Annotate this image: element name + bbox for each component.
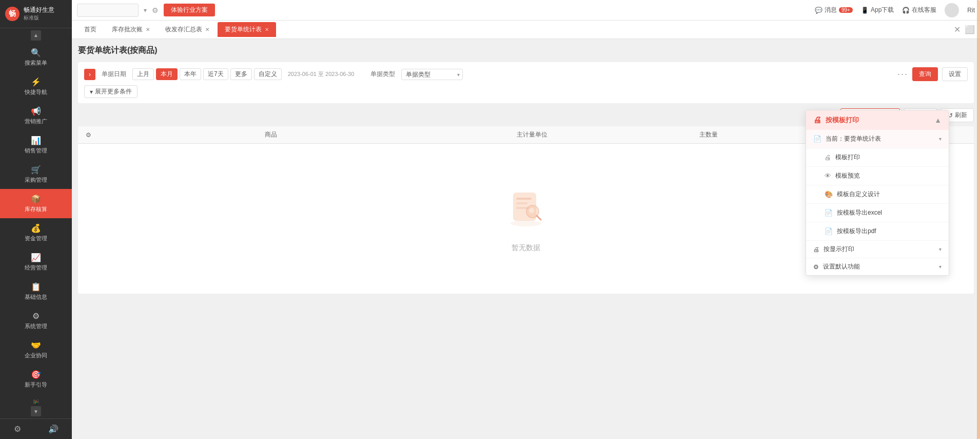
query-btn[interactable]: 查询 — [912, 67, 938, 81]
dropdown-header: 🖨 按模板打印 ▲ — [806, 110, 949, 130]
display-print-label: 按显示打印 — [824, 245, 854, 254]
sidebar-label-quicknav: 快捷导航 — [25, 88, 47, 96]
tab-inventory-batch-label: 库存批次账 — [112, 25, 143, 34]
svg-rect-2 — [516, 198, 532, 200]
expand-more-btn[interactable]: ▾ 展开更多条件 — [84, 85, 138, 98]
quicknav-icon: ⚡ — [31, 77, 41, 87]
page-content: 要货单统计表(按商品) › 单据日期 上月 本月 本年 近7天 更多 自定义 2… — [72, 39, 980, 439]
online-service-btn[interactable]: 🎧 在线客服 — [902, 6, 936, 14]
system-icon: ⚙ — [32, 311, 40, 321]
tab-collection-summary[interactable]: 收发存汇总表 ✕ — [158, 22, 217, 37]
sidebar-item-finance[interactable]: 💰 资金管理 — [0, 218, 72, 247]
date-btn-custom[interactable]: 自定义 — [254, 68, 282, 80]
sidebar-item-marketing[interactable]: 📢 营销推广 — [0, 101, 72, 130]
tab-collection-summary-label: 收发存汇总表 — [165, 25, 202, 34]
sidebar-item-quicknav[interactable]: ⚡ 快捷导航 — [0, 72, 72, 101]
tab-order-stats[interactable]: 要货单统计表 ✕ — [218, 22, 276, 37]
settings-btn[interactable]: 设置 — [942, 67, 968, 81]
scroll-up-btn[interactable]: ▲ — [31, 30, 41, 41]
dropdown-header-left: 🖨 按模板打印 — [813, 116, 859, 125]
sidebar-item-inventory[interactable]: 📦 库存核算 — [0, 189, 72, 218]
svg-rect-3 — [516, 202, 527, 204]
user-avatar[interactable] — [945, 3, 959, 17]
sidebar-label-operation: 经营管理 — [25, 264, 47, 272]
dropdown-set-default[interactable]: ⚙ 设置默认功能 ▾ — [806, 258, 949, 275]
dropdown-item-export-pdf[interactable]: 📄 按模板导出pdf — [806, 222, 949, 241]
tab-close-all-icon[interactable]: ✕ — [954, 25, 961, 34]
sidebar-item-purchase[interactable]: 🛒 采购管理 — [0, 160, 72, 189]
tab-inventory-batch-close[interactable]: ✕ — [146, 27, 150, 32]
sidebar-item-appcenter[interactable]: 📱 应用中心 — [0, 394, 72, 404]
print-dropdown-panel: 🖨 按模板打印 ▲ 📄 当前：要货单统计表 ▾ 🖨 模板打印 — [806, 110, 949, 276]
dropdown-item-template-print[interactable]: 🖨 模板打印 — [806, 148, 949, 167]
date-label: 单据日期 — [102, 70, 126, 79]
sidebar-item-corp[interactable]: 🤝 企业协同 — [0, 335, 72, 365]
messages-btn[interactable]: 💬 消息 99+ — [815, 6, 853, 14]
template-print-icon: 🖨 — [825, 154, 831, 161]
dropdown-item-export-excel[interactable]: 📄 按模板导出excel — [806, 204, 949, 222]
topbar-gear-icon[interactable]: ⚙ — [152, 6, 159, 14]
sidebar: 畅 畅通好生意 标准版 ▲ 🔍 搜索菜单 ⚡ 快捷导航 📢 营销推广 📊 销售管… — [0, 0, 72, 439]
empty-illustration — [503, 185, 549, 239]
set-default-left: ⚙ 设置默认功能 — [813, 262, 860, 271]
display-print-icon: 🖨 — [813, 246, 819, 253]
topbar-chevron-icon[interactable]: ▾ — [144, 7, 147, 14]
settings-bottom-icon[interactable]: ⚙ — [14, 424, 21, 434]
dropdown-item-template-preview[interactable]: 👁 模板预览 — [806, 167, 949, 185]
dropdown-item-template-custom[interactable]: 🎨 模板自定义设计 — [806, 185, 949, 204]
export-pdf-icon: 📄 — [825, 227, 833, 235]
sidebar-label-search: 搜索菜单 — [25, 59, 47, 67]
date-btn-current-month[interactable]: 本月 — [156, 68, 178, 80]
date-btn-current-year[interactable]: 本年 — [180, 68, 201, 80]
topbar-search-input[interactable] — [77, 4, 139, 17]
app-download-icon: 📱 — [861, 7, 869, 14]
sidebar-item-search[interactable]: 🔍 搜索菜单 — [0, 43, 72, 72]
set-default-icon: ⚙ — [813, 263, 819, 271]
dropdown-template-custom-label: 模板自定义设计 — [837, 190, 880, 199]
dropdown-template-custom-left: 🎨 模板自定义设计 — [825, 190, 880, 199]
display-print-left: 🖨 按显示打印 — [813, 245, 854, 254]
dropdown-template-print-left: 🖨 模板打印 — [825, 153, 860, 162]
trial-btn[interactable]: 体验行业方案 — [164, 4, 215, 16]
date-btn-prev-month[interactable]: 上月 — [132, 68, 154, 80]
th-settings[interactable]: ⚙ — [78, 131, 99, 139]
sidebar-item-sales[interactable]: 📊 销售管理 — [0, 130, 72, 160]
more-options-icon[interactable]: ··· — [897, 69, 908, 80]
bill-type-select[interactable]: 单据类型 — [401, 69, 463, 80]
sidebar-item-newguide[interactable]: 🎯 新手引导 — [0, 365, 72, 394]
sidebar-item-basicinfo[interactable]: 📋 基础信息 — [0, 277, 72, 306]
app-download-btn[interactable]: 📱 App下载 — [861, 6, 894, 14]
filter-bar: › 单据日期 上月 本月 本年 近7天 更多 自定义 2023-06-01 至 … — [78, 62, 974, 103]
dropdown-close-btn[interactable]: ▲ — [934, 116, 942, 124]
tab-inventory-batch[interactable]: 库存批次账 ✕ — [105, 22, 157, 37]
bill-type-label: 单据类型 — [370, 70, 395, 79]
tab-home[interactable]: 首页 — [77, 22, 104, 37]
page-title: 要货单统计表(按商品) — [78, 45, 974, 56]
online-service-label: 在线客服 — [912, 6, 936, 14]
date-btn-last7[interactable]: 近7天 — [203, 68, 228, 80]
audio-bottom-icon[interactable]: 🔊 — [48, 424, 58, 434]
filter-expand-toggle[interactable]: › — [84, 69, 95, 80]
tab-collection-summary-close[interactable]: ✕ — [205, 27, 209, 32]
sidebar-item-operation[interactable]: 📈 经营管理 — [0, 247, 72, 277]
newguide-icon: 🎯 — [31, 370, 41, 379]
date-btn-more[interactable]: 更多 — [230, 68, 252, 80]
dropdown-title: 按模板打印 — [826, 116, 859, 125]
sales-icon: 📊 — [31, 136, 41, 145]
sidebar-label-purchase: 采购管理 — [25, 176, 47, 184]
sidebar-bottom: ⚙ 🔊 — [0, 418, 72, 439]
display-print-chevron: ▾ — [939, 246, 942, 252]
dropdown-display-print[interactable]: 🖨 按显示打印 ▾ — [806, 241, 949, 258]
scroll-down-btn[interactable]: ▼ — [31, 406, 41, 416]
tab-order-stats-close[interactable]: ✕ — [265, 27, 269, 32]
dropdown-current-template[interactable]: 📄 当前：要货单统计表 ▾ — [806, 130, 949, 148]
topbar: ▾ ⚙ 体验行业方案 💬 消息 99+ 📱 App下载 🎧 在线客服 Rit — [72, 0, 980, 21]
dropdown-print-icon: 🖨 — [813, 116, 821, 125]
th-goods: 商品 — [99, 130, 444, 139]
sidebar-item-system[interactable]: ⚙ 系统管理 — [0, 306, 72, 335]
purchase-icon: 🛒 — [31, 165, 41, 175]
sidebar-logo: 畅 畅通好生意 标准版 — [0, 0, 72, 28]
current-template-chevron: ▾ — [939, 136, 942, 142]
tab-expand-icon[interactable]: ⬜ — [965, 25, 975, 34]
dropdown-current-left: 📄 当前：要货单统计表 — [813, 135, 881, 143]
